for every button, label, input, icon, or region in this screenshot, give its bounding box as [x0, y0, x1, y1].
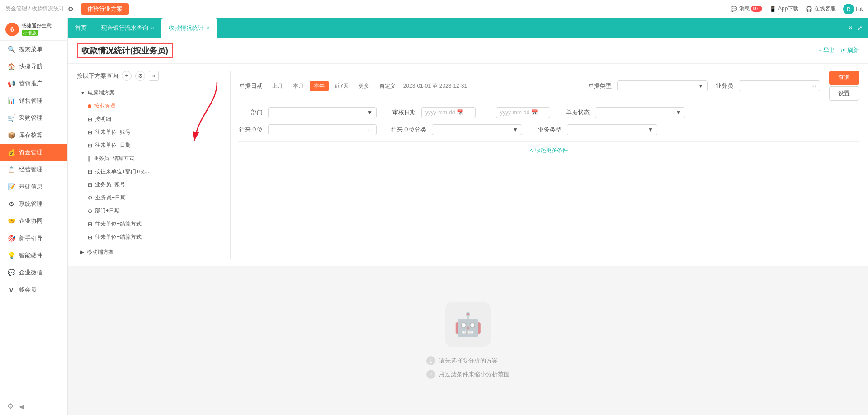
sales-icon: 📊	[7, 97, 15, 105]
sidebar-item-basic-info[interactable]: 📝 基础信息	[0, 178, 67, 195]
tree-item-salesperson-date[interactable]: ⚙ 业务员+日期	[84, 191, 223, 204]
message-area[interactable]: 💬 消息 99+	[731, 5, 762, 13]
date-btn-7days[interactable]: 近7天	[330, 81, 353, 91]
service-icon: 🎧	[806, 6, 812, 12]
sidebar-item-operations[interactable]: 📋 经营管理	[0, 161, 67, 178]
sidebar-item-enterprise[interactable]: 🤝 企业协同	[0, 212, 67, 230]
tree-group-mobile[interactable]: ▶ 移动端方案	[77, 245, 223, 259]
refresh-btn[interactable]: ↺ 刷新	[840, 47, 859, 55]
sidebar-item-newbie[interactable]: 🎯 新手引导	[0, 230, 67, 247]
date-btn-more[interactable]: 更多	[354, 81, 373, 91]
download-icon: 📱	[769, 6, 776, 12]
inventory-icon: 📦	[7, 131, 15, 139]
sidebar: 6 畅捷通好生意 标准版 🔍 搜索菜单 🏠 快捷导航 📢 营销推广 📊	[0, 18, 68, 415]
sidebar-item-marketing[interactable]: 📢 营销推广	[0, 75, 67, 92]
settings-button[interactable]: 设置	[829, 86, 859, 101]
refresh-icon: ↺	[840, 47, 845, 54]
logo-icon: 6	[5, 23, 19, 36]
tree-item-partner-account[interactable]: ⊞ 往来单位+账号	[84, 126, 223, 139]
sidebar-label-wechat: 企业微信	[19, 269, 42, 277]
tab-close-all-icon[interactable]: ×	[849, 24, 853, 32]
tab-collection-stats-close[interactable]: ×	[207, 25, 210, 31]
filter-row-1: 单据日期 上月 本月 本年 近7天 更多 自定义 20	[238, 71, 859, 101]
main-layout: 6 畅捷通好生意 标准版 🔍 搜索菜单 🏠 快捷导航 📢 营销推广 📊	[0, 18, 868, 415]
department-select[interactable]: ▼	[268, 107, 377, 118]
trial-btn[interactable]: 体验行业方案	[81, 3, 129, 15]
tab-bank-flow[interactable]: 现金银行流水查询 ×	[94, 18, 161, 38]
business-type-select[interactable]: ▼	[567, 124, 657, 135]
date-btn-custom[interactable]: 自定义	[375, 81, 400, 91]
tab-bank-flow-close[interactable]: ×	[151, 25, 154, 31]
tab-home[interactable]: 首页	[68, 18, 94, 38]
collapse-bar[interactable]: ∧ 收起更多条件	[238, 141, 859, 159]
sidebar-item-inventory[interactable]: 📦 库存核算	[0, 127, 67, 144]
voucher-status-label: 单据状态	[565, 108, 590, 117]
tree-mobile-label: 移动端方案	[87, 248, 114, 256]
tree-item-label-9: 往来单位+结算方式	[95, 220, 142, 228]
date-btn-last-month[interactable]: 上月	[268, 81, 287, 91]
app-download-area[interactable]: 📱 App下载	[769, 5, 798, 13]
refresh-label: 刷新	[847, 47, 859, 55]
tree-item-salesperson-account[interactable]: ⊞ 业务员+账号	[84, 178, 223, 191]
sidebar-item-system[interactable]: ⚙ 系统管理	[0, 195, 67, 212]
sidebar-item-quicknav[interactable]: 🏠 快捷导航	[0, 58, 67, 75]
counterparty-category-select[interactable]: ▼	[432, 124, 522, 135]
counterparty-label: 往来单位	[238, 126, 263, 134]
tree-item-partner-settlement1[interactable]: ⊞ 往来单位+结算方式	[84, 217, 223, 231]
export-label: 导出	[823, 47, 835, 55]
review-date-start[interactable]: yyyy-mm-dd 📅	[421, 107, 476, 118]
step-2-label: 用过滤条件来缩小分析范围	[439, 370, 509, 378]
sidebar-collapse-icon[interactable]: ◀	[19, 403, 24, 410]
salesperson-select[interactable]: ···	[739, 80, 820, 91]
message-label: 消息	[739, 5, 750, 13]
tree-item-detail[interactable]: ⊞ 按明细	[84, 113, 223, 126]
panel-collapse-btn[interactable]: «	[149, 71, 159, 81]
settings-icon-top[interactable]: ⚙	[68, 5, 74, 13]
empty-step-1: 1 请先选择要分析的方案	[426, 356, 509, 365]
sidebar-item-sales[interactable]: 📊 销售管理	[0, 92, 67, 109]
tree-group-desktop[interactable]: ▼ 电脑端方案	[77, 86, 223, 99]
online-service-label: 在线客服	[814, 5, 836, 13]
user-area[interactable]: R Rit	[843, 4, 863, 14]
tab-collection-stats[interactable]: 收款情况统计 ×	[161, 18, 217, 38]
tree-item-by-salesperson[interactable]: 按业务员	[84, 99, 223, 113]
panel-settings-btn[interactable]: ⚙	[135, 71, 145, 81]
salesperson-payment-icon: ∥	[88, 156, 90, 162]
sidebar-item-purchase[interactable]: 🛒 采购管理	[0, 109, 67, 127]
online-service-area[interactable]: 🎧 在线客服	[806, 5, 836, 13]
sidebar-item-wechat[interactable]: 💬 企业微信	[0, 264, 67, 281]
review-date-end[interactable]: yyyy-mm-dd 📅	[496, 107, 550, 118]
page-title: 收款情况统计(按业务员)	[77, 43, 173, 58]
sidebar-settings-icon[interactable]: ⚙	[7, 402, 14, 410]
tree-item-partner-dept[interactable]: ⊞ 按往来单位+部门+收...	[84, 165, 223, 178]
salesperson-label: 业务员	[713, 82, 733, 90]
query-button[interactable]: 查询	[829, 71, 859, 85]
sidebar-item-search[interactable]: 🔍 搜索菜单	[0, 41, 67, 58]
tree-item-dept-date[interactable]: ⊙ 部门+日期	[84, 204, 223, 217]
tree-item-salesperson-payment[interactable]: ∥ 业务员+结算方式	[84, 152, 223, 165]
panel-add-btn[interactable]: +	[122, 71, 132, 81]
sidebar-item-finance[interactable]: 💰 资金管理	[0, 144, 67, 161]
message-badge: 99+	[751, 6, 762, 12]
salesperson-date-icon: ⚙	[88, 195, 93, 201]
tree-item-partner-settlement2[interactable]: ⊞ 往来单位+结算方式	[84, 231, 223, 244]
export-btn[interactable]: ↑ 导出	[819, 47, 835, 55]
voucher-type-select[interactable]: ▼	[617, 80, 708, 91]
app-download-label: App下载	[778, 5, 798, 13]
date-btn-this-month[interactable]: 本月	[289, 81, 308, 91]
right-panel: 单据日期 上月 本月 本年 近7天 更多 自定义 20	[231, 71, 859, 259]
tree-item-partner-date[interactable]: ⊞ 往来单位+日期	[84, 139, 223, 152]
sidebar-label-search: 搜索菜单	[19, 45, 42, 53]
sidebar-item-member[interactable]: V 畅会员	[0, 281, 67, 298]
tab-maximize-icon[interactable]: ⤢	[857, 24, 863, 32]
page-content: 收款情况统计(按业务员) ↑ 导出 ↺ 刷新	[68, 38, 868, 415]
partner-settlement1-icon: ⊞	[88, 221, 92, 227]
panel-header: 按以下方案查询 + ⚙ «	[77, 71, 223, 81]
counterparty-select[interactable]: ···	[268, 124, 377, 135]
tab-collection-stats-label: 收款情况统计	[169, 24, 204, 32]
partner-account-icon: ⊞	[88, 129, 92, 136]
operations-icon: 📋	[7, 165, 15, 174]
voucher-status-select[interactable]: ▼	[595, 107, 685, 118]
sidebar-item-hardware[interactable]: 💡 智能硬件	[0, 247, 67, 264]
date-btn-this-year[interactable]: 本年	[310, 81, 329, 91]
